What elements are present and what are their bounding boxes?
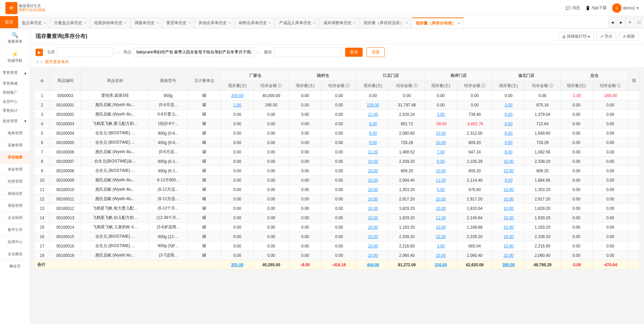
th-warehouse-lv: 陆村仓: [289, 71, 357, 81]
query-button[interactable]: 查询: [345, 48, 363, 57]
filter-area: ▶ 仓库 ··· 商品 ··· 颜色 查询 设置: [30, 45, 644, 68]
sidebar-item-operation[interactable]: 经营管理: [0, 176, 30, 188]
table-row: 1800100018惠氏启赋 (Wyeth illu...(3-7适用...罐0…: [35, 251, 640, 260]
table-row: 1200100011惠氏启赋 (Wyeth illu...(6-12月适...罐…: [35, 194, 640, 204]
tab-close-icon[interactable]: ×: [44, 21, 46, 25]
table-row: 1000100009惠氏启赋 (Wyeth illu...6-12月900...…: [35, 176, 640, 185]
summary-jb-qty[interactable]: 494.00: [357, 260, 389, 270]
export-btn[interactable]: ↗ 导出: [596, 32, 616, 41]
search-icon: 🔍: [1, 32, 29, 38]
sidebar-item-corp[interactable]: 企业协同: [0, 212, 30, 224]
summary-na-qty[interactable]: 334.00: [425, 260, 457, 270]
settings-icon[interactable]: ⚙: [39, 78, 45, 84]
tab-fenpandian[interactable]: 分量盘点单历史 ×: [50, 17, 90, 28]
th-lv-qty: 现存量(主): [289, 81, 321, 91]
th-warehouse-yb: 渝北门店: [492, 71, 560, 81]
th-settings[interactable]: ⚙: [35, 71, 50, 91]
color-label: 颜色: [264, 49, 272, 55]
filter-expand-arrow[interactable]: ▶: [36, 49, 43, 56]
th-name: 商品名称: [81, 71, 149, 91]
sidebar-sub-retailstat[interactable]: 零售统计: [0, 106, 30, 115]
warehouse-more-icon[interactable]: ···: [115, 50, 119, 55]
message-btn[interactable]: 💬 消息: [566, 5, 580, 11]
summary-zc-qty[interactable]: -3.00: [560, 260, 592, 270]
tab-xianzl-kuanzhang[interactable]: 现存量（库存状况表） ×: [360, 17, 412, 28]
sidebar-item-purchase[interactable]: 采购管理: [0, 139, 30, 151]
tab-chenben[interactable]: 成本调整单历史 ×: [320, 17, 359, 28]
color-input[interactable]: [274, 48, 341, 57]
export-icon: ↗: [600, 34, 603, 39]
tab-cailiao[interactable]: 材料出库单历史 ×: [235, 17, 275, 28]
tab-prev-btn[interactable]: ◀: [608, 17, 616, 28]
sidebar-item-system[interactable]: 系统管理: [0, 200, 30, 212]
th-warehouse-na: 南岸门店: [425, 71, 492, 81]
table-row: 1500100014飞鹤星飞帆 儿童奶粉 4...(3-6岁适用...罐0.00…: [35, 223, 640, 232]
summary-lv-qty[interactable]: -8.00: [289, 260, 321, 270]
sidebar-item-wholesale[interactable]: 批发管理 ▼: [0, 115, 30, 127]
tab-pandian[interactable]: 盘点单历史 ×: [18, 17, 50, 28]
sidebar-item-wechat[interactable]: 企业微信: [0, 248, 30, 260]
tab-close-icon[interactable]: ×: [269, 21, 271, 25]
tab-close-icon[interactable]: ×: [84, 21, 86, 25]
tab-close-icon[interactable]: ×: [124, 21, 126, 25]
sidebar-item-quicknav[interactable]: ⚡ 快捷导航: [0, 48, 30, 67]
sidebar-sub-retailshop[interactable]: 零售商城: [0, 79, 30, 88]
th-spec: 规格型号: [149, 71, 187, 91]
filter-goods: 商品 ···: [123, 48, 260, 57]
sidebar-item-appcenter[interactable]: 应用中心: [0, 236, 30, 248]
logo-image: 好: [5, 2, 17, 14]
sidebar-item-vip[interactable]: 畅会员: [0, 260, 30, 272]
sidebar-item-retail[interactable]: 零售管理 ▲: [0, 67, 30, 79]
summary-yb-qty[interactable]: 390.00: [492, 260, 525, 270]
sidebar-sub-marketing[interactable]: 营销推广: [0, 88, 30, 97]
table-row: 700100006惠氏启赋 (Wyeth illu...(0-6月适...罐0.…: [35, 147, 640, 157]
tab-close-icon[interactable]: ×: [406, 21, 408, 25]
goods-more-icon[interactable]: ···: [256, 50, 260, 55]
sidebar-sub-member[interactable]: 会员中心: [0, 97, 30, 106]
tab-zuzhang[interactable]: 组装拆卸单历史 ×: [91, 17, 130, 28]
settings-button[interactable]: 设置: [367, 47, 385, 57]
tab-close-all-btn[interactable]: ✕: [626, 17, 634, 28]
sidebar-item-basic[interactable]: 基础信息: [0, 188, 30, 200]
goods-input[interactable]: [133, 48, 254, 57]
tab-next-btn[interactable]: ▶: [617, 17, 625, 28]
table-row: 1700100016合生元 (BIOSTIME) ...900g (3岁...罐…: [35, 241, 640, 251]
tab-close-icon[interactable]: ×: [229, 21, 231, 25]
tabs-container: 盘点单历史 × 分量盘点单历史 × 组装拆卸单历史 × 调拨单历史 × 要货单历…: [18, 16, 607, 28]
sidebar-item-ecommerce[interactable]: 电商管理: [0, 127, 30, 139]
summary-yb-amt: 49,798.29: [525, 260, 560, 270]
tab-close-icon[interactable]: ×: [354, 21, 356, 25]
th-warehouse-jc: 厂家仓: [221, 71, 289, 81]
refresh-btn[interactable]: ↺ 刷新: [619, 32, 639, 41]
tab-close-icon[interactable]: ×: [157, 21, 159, 25]
sidebar-item-finance[interactable]: 资金管理: [0, 164, 30, 176]
user-menu[interactable]: E demo2 ▾: [612, 3, 639, 13]
table-row: 500100004合生元 (BIOSTIME) ...900g (0-6...罐…: [35, 129, 640, 138]
tab-qitachuku[interactable]: 其他出库单历史 ×: [195, 17, 234, 28]
tab-diaobo[interactable]: 调拨单历史 ×: [131, 17, 162, 28]
tab-close-icon[interactable]: ×: [189, 21, 191, 25]
th-lv-amt: 结存金额 ⓘ: [321, 81, 357, 91]
tab-home[interactable]: 首页: [0, 16, 18, 28]
quicknav-icon: ⚡: [1, 51, 29, 57]
tab-close-icon[interactable]: ×: [313, 21, 315, 25]
chevron-down-icon: ▾: [588, 34, 590, 39]
summary-row: 合计 201.00 40,295.00 -8.00 -416.16 494.00…: [35, 260, 640, 270]
app-download-btn[interactable]: 📱 App下载: [585, 5, 607, 11]
message-icon: 💬: [566, 6, 571, 10]
sidebar-item-search[interactable]: 🔍 搜索英单: [0, 29, 30, 48]
expand-conditions-btn[interactable]: 展开更多条件: [45, 59, 69, 65]
sidebar-item-inventory[interactable]: 库存核算: [0, 151, 30, 164]
summary-fw-qty[interactable]: 201.00: [221, 260, 254, 270]
tab-yaohuo[interactable]: 要货单历史 ×: [163, 17, 194, 28]
th-jb-amt: 结存金额 ⓘ: [389, 81, 425, 91]
refresh-icon: ↺: [623, 34, 626, 39]
sidebar-item-guide[interactable]: 新手引导: [0, 224, 30, 236]
tab-xianzl-fenbu[interactable]: 现存量（库存分布表） ×: [412, 17, 464, 28]
page-header: 现存量查询(库存分布) 🖨 按模板打印 ▾ ↗ 导出 ↺ 刷新: [30, 29, 644, 45]
print-btn[interactable]: 🖨 按模板打印 ▾: [558, 32, 594, 41]
tab-chengpin[interactable]: 产成品入库单历史 ×: [275, 17, 319, 28]
tab-expand-btn[interactable]: ⬜: [635, 17, 643, 28]
tab-close-icon[interactable]: ×: [458, 21, 460, 25]
warehouse-input[interactable]: [57, 48, 113, 57]
